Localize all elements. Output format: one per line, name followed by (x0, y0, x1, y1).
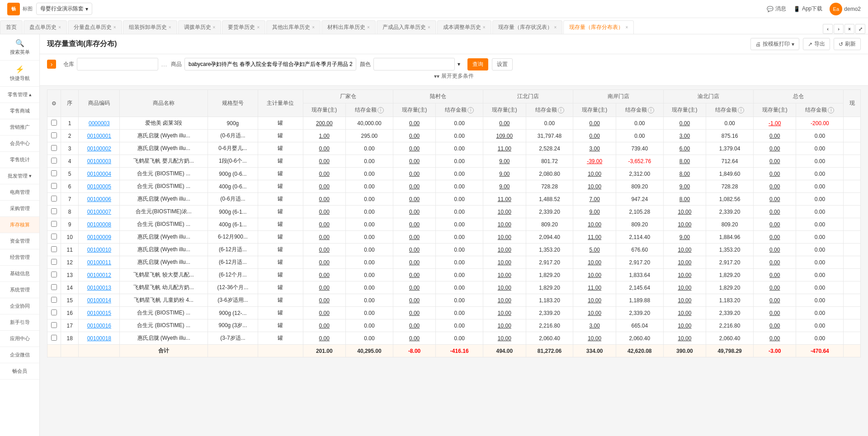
cell-yb-qty[interactable]: 10.00 (663, 256, 706, 269)
sidebar-item-retail-mgmt[interactable]: 零售管理 ▴ (0, 87, 39, 103)
cell-checkbox[interactable] (47, 218, 61, 231)
cell-na-qty[interactable]: 10.00 (573, 180, 616, 193)
cell-cj-qty[interactable]: 0.00 (303, 206, 345, 218)
cell-cj-qty[interactable]: 0.00 (303, 307, 345, 319)
cell-cj-qty[interactable]: 1.00 (303, 130, 345, 142)
tab-9-close[interactable]: × (483, 25, 486, 30)
cell-zc-qty[interactable]: 0.00 (754, 142, 796, 155)
jb-amt-info[interactable]: i (558, 107, 564, 113)
th-settings[interactable]: ⚙ (47, 90, 61, 117)
cell-lc-qty[interactable]: 0.00 (393, 155, 435, 168)
cell-yb-qty[interactable]: 9.00 (663, 180, 706, 193)
cell-code[interactable]: 00100018 (79, 332, 120, 345)
cell-na-qty[interactable]: 0.00 (573, 117, 616, 130)
cell-jb-qty[interactable]: 10.00 (483, 332, 526, 345)
cell-code[interactable]: 00100004 (79, 168, 120, 180)
cell-cj-qty[interactable]: 0.00 (303, 193, 345, 206)
tab-2[interactable]: 分量盘点单历史 × (68, 20, 122, 34)
cell-zc-qty[interactable]: 0.00 (754, 332, 796, 345)
cell-checkbox[interactable] (47, 294, 61, 307)
cell-jb-qty[interactable]: 10.00 (483, 319, 526, 332)
settings-btn[interactable]: 设置 (492, 58, 513, 70)
tab-close-btn[interactable]: × (844, 24, 854, 34)
warehouse-input[interactable] (77, 58, 158, 70)
cell-jb-qty[interactable]: 11.00 (483, 142, 526, 155)
cell-jb-qty[interactable]: 11.00 (483, 193, 526, 206)
na-amt-info[interactable]: i (648, 107, 654, 113)
cell-zc-qty[interactable]: 0.00 (754, 307, 796, 319)
cell-lc-qty[interactable]: 0.00 (393, 294, 435, 307)
sidebar-item-purchase[interactable]: 采购管理 (0, 201, 39, 217)
tab-5-close[interactable]: × (257, 25, 259, 30)
cell-jb-qty[interactable]: 10.00 (483, 244, 526, 256)
cell-lc-qty[interactable]: 0.00 (393, 142, 435, 155)
tab-1-close[interactable]: × (58, 25, 61, 30)
sidebar-item-finance[interactable]: 资金管理 (0, 233, 39, 249)
sidebar-item-wechat[interactable]: 企业微信 (0, 347, 39, 363)
cell-cj-qty[interactable]: 0.00 (303, 155, 345, 168)
cell-checkbox[interactable] (47, 142, 61, 155)
cell-zc-qty[interactable]: 0.00 (754, 130, 796, 142)
cell-checkbox[interactable] (47, 155, 61, 168)
tab-10-close[interactable]: × (554, 25, 557, 30)
cell-yb-qty[interactable]: 8.00 (663, 155, 706, 168)
cell-cj-qty[interactable]: 0.00 (303, 142, 345, 155)
app-download-btn[interactable]: 📱 App下载 (793, 5, 822, 13)
cell-jb-qty[interactable]: 10.00 (483, 281, 526, 294)
cell-code[interactable]: 00100011 (79, 256, 120, 269)
cell-zc-qty[interactable]: 0.00 (754, 294, 796, 307)
cell-cj-qty[interactable]: 0.00 (303, 319, 345, 332)
tab-8-close[interactable]: × (428, 25, 430, 30)
cell-cj-qty[interactable]: 0.00 (303, 168, 345, 180)
cell-yb-qty[interactable]: 10.00 (663, 319, 706, 332)
cell-yb-qty[interactable]: 3.00 (663, 130, 706, 142)
sidebar-item-ecommerce[interactable]: 电商管理 (0, 184, 39, 201)
cell-na-qty[interactable]: 10.00 (573, 218, 616, 231)
cell-yb-qty[interactable]: 10.00 (663, 269, 706, 281)
print-btn[interactable]: 🖨 按模板打印 ▾ (750, 38, 799, 50)
tab-11[interactable]: 现存量（库存分布表） × (563, 20, 634, 34)
sidebar-item-mall[interactable]: 零售商城 (0, 103, 39, 119)
warehouse-dots[interactable]: … (161, 61, 167, 68)
cell-na-qty[interactable]: 3.00 (573, 142, 616, 155)
cell-lc-qty[interactable]: 0.00 (393, 244, 435, 256)
cell-code[interactable]: 00100002 (79, 142, 120, 155)
cell-lc-qty[interactable]: 0.00 (393, 168, 435, 180)
cell-zc-qty[interactable]: 0.00 (754, 180, 796, 193)
cell-zc-qty[interactable]: 0.00 (754, 319, 796, 332)
zc-amt-info[interactable]: i (828, 107, 834, 113)
cell-na-qty[interactable]: 0.00 (573, 130, 616, 142)
cell-checkbox[interactable] (47, 130, 61, 142)
cell-code[interactable]: 00100010 (79, 244, 120, 256)
cell-zc-qty[interactable]: 0.00 (754, 256, 796, 269)
tab-7[interactable]: 材料出库单历史 × (321, 20, 376, 34)
tab-4[interactable]: 调拨单历史 × (178, 20, 222, 34)
cell-cj-qty[interactable]: 0.00 (303, 218, 345, 231)
cell-lc-qty[interactable]: 0.00 (393, 180, 435, 193)
tab-4-close[interactable]: × (213, 25, 216, 30)
cell-jb-qty[interactable]: 10.00 (483, 269, 526, 281)
cell-cj-qty[interactable]: 0.00 (303, 244, 345, 256)
sidebar-item-basics[interactable]: 基础信息 (0, 266, 39, 282)
tab-6[interactable]: 其他出库单历史 × (266, 20, 321, 34)
color-input[interactable] (373, 58, 455, 70)
cell-checkbox[interactable] (47, 307, 61, 319)
sidebar-item-nav[interactable]: ⚡ 快捷导航 (0, 61, 39, 87)
cell-cj-qty[interactable]: 0.00 (303, 256, 345, 269)
cell-checkbox[interactable] (47, 168, 61, 180)
sidebar-item-member2[interactable]: 畅会员 (0, 363, 39, 380)
cell-checkbox[interactable] (47, 206, 61, 218)
cell-zc-qty[interactable]: -1.00 (754, 117, 796, 130)
cell-cj-qty[interactable]: 0.00 (303, 281, 345, 294)
cell-code[interactable]: 00100006 (79, 193, 120, 206)
cell-cj-qty[interactable]: 0.00 (303, 294, 345, 307)
tab-home[interactable]: 首页 (0, 20, 23, 34)
cell-lc-qty[interactable]: 0.00 (393, 130, 435, 142)
org-selector[interactable]: 母婴行业演示陈套 ▾ (36, 3, 92, 15)
cell-lc-qty[interactable]: 0.00 (393, 218, 435, 231)
cell-na-qty[interactable]: 5.00 (573, 244, 616, 256)
cell-checkbox[interactable] (47, 319, 61, 332)
cell-jb-qty[interactable]: 10.00 (483, 206, 526, 218)
tab-expand-btn[interactable]: ⤢ (855, 24, 865, 34)
expand-conditions-btn[interactable]: ▾▾ 展开更多条件 (434, 72, 474, 80)
